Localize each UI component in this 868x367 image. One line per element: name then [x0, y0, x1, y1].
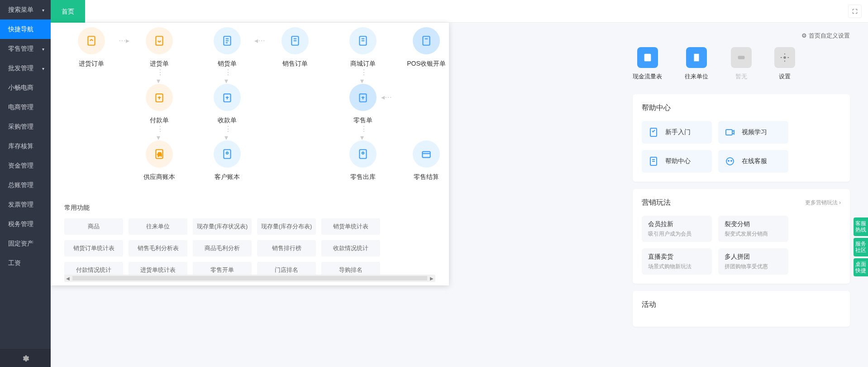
svg-point-14: [362, 152, 364, 154]
market-group[interactable]: 多人拼团拼团购物享受优惠: [718, 248, 788, 275]
sidebar-funds[interactable]: 资金管理: [0, 156, 51, 175]
help-title: 帮助中心: [642, 103, 671, 113]
common-title: 常用功能: [64, 204, 435, 212]
sidebar-search[interactable]: 搜索菜单▾: [0, 0, 51, 19]
tag-desktop[interactable]: 桌面快捷: [854, 258, 868, 277]
node-purchase-order[interactable]: 进货订单: [64, 27, 119, 68]
svg-point-25: [731, 160, 732, 161]
sidebar-invoice[interactable]: 发票管理: [0, 195, 51, 214]
sidebar-purchase[interactable]: 采购管理: [0, 117, 51, 136]
fullscreen-icon: [852, 8, 858, 14]
svg-point-23: [726, 158, 734, 165]
node-purchase-bill[interactable]: 进货单: [132, 27, 186, 68]
chevron-down-icon: ▾: [42, 39, 44, 58]
shortcut-settings[interactable]: 设置: [774, 47, 795, 81]
sidebar-salary[interactable]: 工资: [0, 253, 51, 273]
tag-community[interactable]: 服务社区: [854, 238, 868, 256]
svg-point-12: [226, 152, 228, 154]
func-goods[interactable]: 商品: [64, 218, 123, 235]
node-receipt[interactable]: 收款单: [200, 84, 254, 125]
chevron-down-icon: ▾: [42, 58, 44, 78]
arrow-icon: ⋮▾: [224, 68, 232, 85]
customize-link[interactable]: ⚙ 首页自定义设置: [633, 32, 850, 40]
shortcut-contacts[interactable]: 往来单位: [685, 47, 708, 81]
arrow-icon: ⋯▸: [119, 36, 129, 45]
shortcut-cashflow[interactable]: 现金流量表: [633, 47, 662, 81]
func-goods-profit[interactable]: 商品毛利分析: [193, 240, 252, 256]
node-sales-bill[interactable]: 销货单: [200, 27, 254, 68]
market-live[interactable]: 直播卖货场景式购物新玩法: [642, 248, 712, 275]
quicknav-flyout: 进货订单 进货单 销货单 销售订单 商城订单 POS收银开单 付款单 收款单 零…: [51, 23, 449, 285]
node-customer-ledger[interactable]: 客户账本: [200, 140, 254, 181]
svg-rect-18: [738, 56, 745, 59]
node-sales-order[interactable]: 销售订单: [268, 27, 322, 68]
sidebar-xiaochang[interactable]: 小畅电商: [0, 78, 51, 97]
chevron-down-icon: ▾: [42, 0, 44, 19]
help-beginner[interactable]: 新手入门: [642, 121, 712, 144]
func-sales-stat[interactable]: 销货单统计表: [321, 218, 380, 235]
shortcut-empty[interactable]: 暂无: [731, 47, 752, 81]
node-retail-out[interactable]: 零售出库: [336, 140, 390, 181]
func-sales-order-stat[interactable]: 销货订单统计表: [64, 240, 123, 256]
svg-rect-1: [156, 36, 162, 45]
report-icon: [643, 53, 653, 63]
video-icon: [725, 127, 735, 138]
svg-rect-16: [644, 54, 651, 62]
horizontal-scrollbar[interactable]: ◀ ▶: [64, 275, 435, 282]
marketing-more-link[interactable]: 更多营销玩法 ›: [805, 199, 841, 207]
sidebar-ledger[interactable]: 总账管理: [0, 175, 51, 195]
node-retail-bill[interactable]: 零售单: [336, 84, 390, 125]
market-member[interactable]: 会员拉新吸引用户成为会员: [642, 216, 712, 242]
sidebar-ecommerce[interactable]: 电商管理: [0, 97, 51, 117]
node-retail-settle[interactable]: 零售结算: [399, 140, 453, 181]
fullscreen-button[interactable]: [848, 5, 862, 18]
func-contacts[interactable]: 往来单位: [129, 218, 187, 235]
func-stock-dist[interactable]: 现存量(库存分布表): [257, 218, 316, 235]
sidebar-wholesale[interactable]: 批发管理▾: [0, 58, 51, 78]
building-icon: [692, 53, 701, 63]
sidebar-tax[interactable]: 税务管理: [0, 214, 51, 234]
svg-rect-20: [650, 128, 657, 136]
common-grid: 商品 往来单位 现存量(库存状况表) 现存量(库存分布表) 销货单统计表 销货订…: [64, 218, 435, 278]
market-fission[interactable]: 裂变分销裂变式发展分销商: [718, 216, 788, 242]
tag-hotline[interactable]: 客服热线: [854, 217, 868, 236]
tab-home[interactable]: 首页: [51, 0, 85, 23]
shortcut-row: 现金流量表 往来单位 暂无 设置: [633, 47, 850, 81]
arrow-icon: ◂⋯: [254, 36, 265, 45]
clipboard-icon: [648, 127, 659, 138]
svg-rect-21: [726, 130, 732, 135]
node-supplier-ledger[interactable]: 供供应商账本: [132, 140, 186, 181]
svg-rect-5: [423, 36, 429, 45]
arrow-icon: ◂⋯: [381, 93, 392, 101]
side-tags: 客服热线 服务社区 桌面快捷: [854, 217, 868, 278]
func-gross-profit[interactable]: 销售毛利分析表: [129, 240, 187, 256]
svg-rect-15: [422, 152, 430, 158]
func-receipt-stat[interactable]: 收款情况统计: [321, 240, 380, 256]
svg-rect-0: [88, 36, 95, 45]
sidebar-assets[interactable]: 固定资产: [0, 234, 51, 253]
arrow-icon: ⋮▾: [157, 125, 164, 142]
sidebar-settings[interactable]: [0, 349, 51, 367]
doc-icon: [648, 156, 659, 167]
func-sales-rank[interactable]: 销售排行榜: [257, 240, 316, 256]
func-stock-status[interactable]: 现存量(库存状况表): [193, 218, 252, 235]
sidebar-quicknav[interactable]: 快捷导航: [0, 19, 51, 39]
help-service[interactable]: 在线客服: [718, 150, 788, 173]
svg-point-24: [728, 160, 729, 161]
help-center[interactable]: 帮助中心: [642, 150, 712, 173]
scroll-track[interactable]: [72, 276, 427, 280]
gear-icon: [21, 354, 29, 362]
empty-icon: [736, 53, 746, 63]
help-video[interactable]: 视频学习: [718, 121, 788, 144]
marketing-panel: 营销玩法更多营销玩法 › 会员拉新吸引用户成为会员 裂变分销裂变式发展分销商 直…: [633, 189, 850, 284]
sidebar-retail[interactable]: 零售管理▾: [0, 39, 51, 58]
sidebar: 搜索菜单▾ 快捷导航 零售管理▾ 批发管理▾ 小畅电商 电商管理 采购管理 库存…: [0, 0, 51, 367]
scroll-right-icon[interactable]: ▶: [428, 276, 435, 281]
node-mall-order[interactable]: 商城订单: [336, 27, 390, 68]
scroll-left-icon[interactable]: ◀: [64, 276, 72, 281]
sidebar-inventory[interactable]: 库存核算: [0, 136, 51, 156]
svg-text:供: 供: [157, 152, 162, 157]
gear-icon: [780, 53, 790, 63]
node-pos[interactable]: POS收银开单: [399, 27, 453, 68]
node-payment[interactable]: 付款单: [132, 84, 186, 125]
